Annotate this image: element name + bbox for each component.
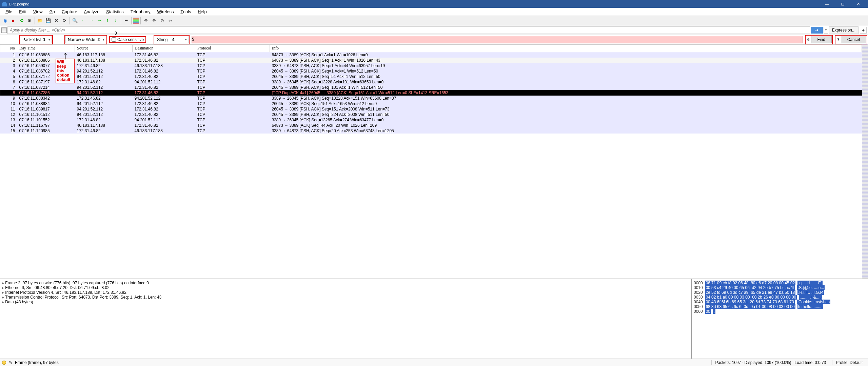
go-first-icon[interactable]: ⤒ — [104, 17, 111, 24]
go-last-icon[interactable]: ⤓ — [112, 17, 119, 24]
packet-details[interactable]: Frame 2: 97 bytes on wire (776 bits), 97… — [0, 279, 692, 359]
label-3: 3 — [115, 31, 117, 36]
table-row[interactable]: 107:16:11.05388646.183.117.188172.31.46.… — [0, 52, 862, 58]
table-row[interactable]: 507:16:11.08717294.201.52.112172.31.46.8… — [0, 74, 862, 79]
search-input[interactable] — [192, 36, 803, 43]
status-profile[interactable]: Profile: Default — [832, 360, 866, 365]
save-file-icon[interactable]: 💾 — [44, 17, 52, 24]
apply-filter-icon[interactable]: ➔ — [811, 27, 823, 34]
case-sensitive-checkbox[interactable]: Case sensitive — [110, 37, 145, 42]
expression-button[interactable]: Expression... — [829, 26, 859, 34]
display-filter-bar: ➔ ▾ Expression... + — [0, 25, 868, 35]
bookmark-icon[interactable] — [1, 27, 7, 33]
table-row[interactable]: 807:16:11.08728694.201.52.112172.31.46.8… — [0, 90, 862, 96]
window-title: DP2.pcapng — [9, 2, 29, 6]
restart-capture-icon[interactable]: ⟲ — [18, 17, 25, 24]
search-in-dropdown[interactable]: Packet list 1 — [20, 36, 52, 43]
open-file-icon[interactable]: 📂 — [36, 17, 44, 24]
start-capture-icon[interactable]: ◉ — [1, 17, 9, 24]
menu-go[interactable]: Go — [46, 8, 59, 16]
stop-capture-icon[interactable]: ■ — [9, 17, 17, 24]
table-row[interactable]: 1107:16:11.08981794.201.52.112172.31.46.… — [0, 106, 862, 112]
separator — [70, 17, 70, 24]
col-info[interactable]: Info — [270, 45, 862, 52]
menu-bar: File Edit View Go Capture Analyze Statis… — [0, 8, 868, 16]
main-toolbar: ◉ ■ ⟲ ⚙ 📂 💾 ✖ ⟳ 🔍 ← → ⇥ ⤒ ⤓ ≣ ⊕ ⊖ ⊜ ⇔ — [0, 16, 868, 25]
table-row[interactable]: 607:16:11.087197172.31.46.8294.201.52.11… — [0, 79, 862, 85]
separator — [35, 17, 35, 24]
edit-icon[interactable]: ✎ — [9, 360, 12, 365]
col-no[interactable]: No — [0, 45, 17, 52]
find-packet-icon[interactable]: 🔍 — [71, 17, 79, 24]
capture-options-icon[interactable]: ⚙ — [26, 17, 33, 24]
go-back-icon[interactable]: ← — [79, 17, 87, 24]
col-proto[interactable]: Protocol — [195, 45, 270, 52]
minimize-button[interactable]: — — [819, 0, 835, 8]
resize-columns-icon[interactable]: ⇔ — [166, 17, 174, 24]
zoom-out-icon[interactable]: ⊖ — [150, 17, 158, 24]
close-button[interactable]: ✕ — [850, 0, 866, 8]
label-7: 7 — [836, 37, 841, 42]
table-row[interactable]: 1207:16:11.10151294.201.52.112172.31.46.… — [0, 112, 862, 117]
menu-edit[interactable]: Edit — [16, 8, 30, 16]
search-type-dropdown[interactable]: String 4 — [155, 36, 189, 43]
filter-history-dropdown[interactable]: ▾ — [824, 27, 828, 34]
find-button[interactable]: Find — [811, 36, 832, 43]
table-row[interactable]: 1307:16:11.101552172.31.46.8294.201.52.1… — [0, 117, 862, 123]
colorize-icon[interactable] — [133, 18, 139, 24]
menu-file[interactable]: File — [2, 8, 16, 16]
separator — [131, 17, 132, 24]
menu-view[interactable]: View — [30, 8, 46, 16]
zoom-reset-icon[interactable]: ⊜ — [158, 17, 166, 24]
table-row[interactable]: 1007:16:11.08898494.201.52.112172.31.46.… — [0, 101, 862, 106]
find-bar: Packet list 1 Narrow & Wide 2 Case sensi… — [0, 35, 868, 44]
col-dst[interactable]: Destination — [133, 45, 195, 52]
cancel-button[interactable]: Cancel — [841, 36, 866, 43]
expert-info-icon[interactable] — [2, 361, 6, 365]
separator — [121, 17, 121, 24]
table-row[interactable]: 207:16:11.05388646.183.117.188172.31.46.… — [0, 58, 862, 63]
maximize-button[interactable]: ▢ — [835, 0, 850, 8]
title-bar: DP2.pcapng — ▢ ✕ — [0, 0, 868, 8]
close-file-icon[interactable]: ✖ — [53, 17, 60, 24]
menu-capture[interactable]: Capture — [58, 8, 81, 16]
menu-wireless[interactable]: Wireless — [154, 8, 177, 16]
menu-help[interactable]: Help — [195, 8, 210, 16]
label-5: 5 — [192, 37, 194, 42]
annotation-note: Will keep this option default — [56, 59, 75, 83]
auto-scroll-icon[interactable]: ≣ — [122, 17, 130, 24]
go-forward-icon[interactable]: → — [87, 17, 95, 24]
packet-bytes[interactable]: 0000 06 71 09 cb f8 02 06 48 80 e6 d7 20… — [692, 279, 868, 359]
table-row[interactable]: 1507:16:11.120985172.31.46.8246.183.117.… — [0, 128, 862, 134]
table-row[interactable]: 407:16:11.08678294.201.52.112172.31.46.8… — [0, 68, 862, 74]
menu-telephony[interactable]: Telephony — [127, 8, 154, 16]
table-row[interactable]: 907:16:11.088342172.31.46.8294.201.52.11… — [0, 96, 862, 101]
col-src[interactable]: Source — [75, 45, 133, 52]
label-6: 6 — [806, 37, 811, 42]
charset-dropdown[interactable]: Narrow & Wide 2 — [65, 36, 106, 43]
menu-analyze[interactable]: Analyze — [81, 8, 103, 16]
packet-minimap[interactable] — [862, 44, 868, 279]
go-to-packet-icon[interactable]: ⇥ — [96, 17, 103, 24]
app-icon — [2, 2, 7, 6]
display-filter-input[interactable] — [7, 26, 810, 34]
packet-list[interactable]: No Day Time Source Destination Protocol … — [0, 44, 862, 279]
menu-statistics[interactable]: Statistics — [103, 8, 127, 16]
reload-icon[interactable]: ⟳ — [61, 17, 68, 24]
zoom-in-icon[interactable]: ⊕ — [142, 17, 150, 24]
separator — [140, 17, 141, 24]
status-frame: Frame (frame), 97 bytes — [15, 360, 59, 365]
annotation-arrow-icon: ↑ — [62, 52, 68, 59]
table-row[interactable]: 707:16:11.08721494.201.52.112172.31.46.8… — [0, 85, 862, 90]
status-bar: ✎ Frame (frame), 97 bytes Packets: 1097 … — [0, 359, 868, 366]
table-row[interactable]: 307:16:11.059077172.31.46.8246.183.117.1… — [0, 63, 862, 68]
add-filter-button[interactable]: + — [860, 27, 867, 34]
status-stats: Packets: 1097 · Displayed: 1097 (100.0%)… — [711, 360, 829, 365]
menu-tools[interactable]: Tools — [177, 8, 194, 16]
table-row[interactable]: 1407:16:11.11679746.183.117.188172.31.46… — [0, 123, 862, 128]
